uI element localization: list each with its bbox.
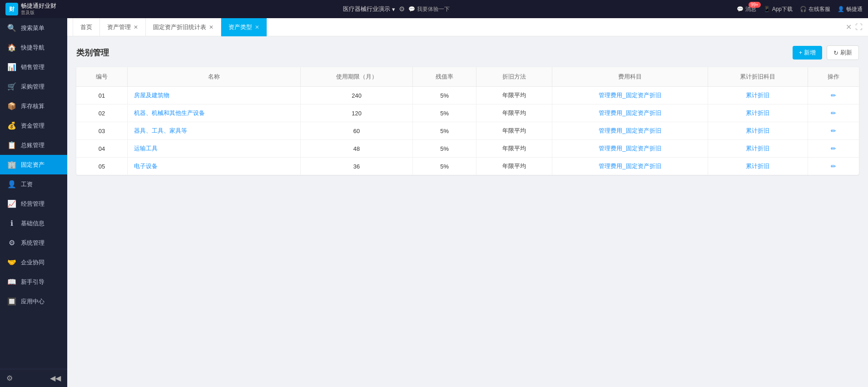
sidebar-settings-icon[interactable]: ⚙ bbox=[6, 374, 13, 382]
tab-fixed-depreciation-label: 固定资产折旧统计表 bbox=[153, 23, 206, 31]
message-btn[interactable]: 💬 消息 99+ bbox=[737, 5, 756, 13]
cell-residual: 5% bbox=[413, 140, 476, 158]
top-bar-left: 财 畅捷通好业财 普及版 bbox=[5, 2, 56, 16]
topbar-settings-icon[interactable]: ⚙ bbox=[399, 5, 405, 13]
search-icon: 🔍 bbox=[7, 24, 16, 32]
sidebar-item-app-center[interactable]: 🔲 应用中心 bbox=[0, 292, 67, 311]
sidebar-item-sales[interactable]: 📊 销售管理 bbox=[0, 57, 67, 77]
tab-close-all-icon[interactable]: ✕ bbox=[846, 23, 852, 31]
cell-code: 03 bbox=[76, 122, 127, 140]
cell-period: 48 bbox=[300, 140, 412, 158]
sidebar-collapse-icon[interactable]: ◀◀ bbox=[50, 374, 61, 382]
top-bar-right: 💬 消息 99+ 📱 App下载 🎧 在线客服 👤 畅捷通 bbox=[737, 5, 863, 13]
app-center-icon: 🔲 bbox=[7, 297, 16, 306]
refresh-btn[interactable]: ↻ 刷新 bbox=[827, 45, 859, 60]
sidebar-item-ledger[interactable]: 📋 总账管理 bbox=[0, 135, 67, 155]
operations-icon: 📈 bbox=[7, 199, 16, 208]
online-service-icon: 🎧 bbox=[800, 6, 807, 12]
sidebar: 🔍 搜索菜单 🏠 快捷导航 📊 销售管理 🛒 采购管理 📦 库存核算 💰 资金管… bbox=[0, 18, 67, 387]
cell-name[interactable]: 器具、工具、家具等 bbox=[127, 122, 300, 140]
cell-name[interactable]: 机器、机械和其他生产设备 bbox=[127, 104, 300, 122]
cell-expense: 管理费用_固定资产折旧 bbox=[552, 158, 708, 175]
current-company[interactable]: 医疗器械行业演示 ▾ bbox=[343, 5, 395, 13]
user-name: 畅捷通 bbox=[846, 5, 863, 13]
app-edition: 普及版 bbox=[21, 10, 56, 16]
table-row: 05电子设备365%年限平均管理费用_固定资产折旧累计折旧✏ bbox=[76, 158, 859, 175]
refresh-label: 刷新 bbox=[840, 49, 852, 57]
cell-method: 年限平均 bbox=[476, 104, 552, 122]
company-name: 医疗器械行业演示 bbox=[343, 5, 390, 13]
cell-action: ✏ bbox=[808, 122, 859, 140]
tab-asset-mgmt[interactable]: 资产管理 ✕ bbox=[100, 18, 146, 36]
tab-fixed-depreciation-close[interactable]: ✕ bbox=[209, 24, 213, 30]
sidebar-item-system[interactable]: ⚙ 系统管理 bbox=[0, 233, 67, 253]
cell-method: 年限平均 bbox=[476, 122, 552, 140]
cell-residual: 5% bbox=[413, 87, 476, 104]
table-header-row: 编号 名称 使用期限（月） 残值率 折旧方法 费用科目 累计折旧科目 操作 bbox=[76, 67, 859, 87]
sidebar-item-inventory[interactable]: 📦 库存核算 bbox=[0, 96, 67, 116]
sidebar-item-quick-nav[interactable]: 🏠 快捷导航 bbox=[0, 38, 67, 57]
cell-accum: 累计折旧 bbox=[708, 122, 808, 140]
tab-home[interactable]: 首页 bbox=[73, 18, 100, 36]
sidebar-item-basic-info[interactable]: ℹ 基础信息 bbox=[0, 213, 67, 233]
tab-asset-type[interactable]: 资产类型 ✕ bbox=[221, 18, 267, 36]
tab-asset-type-close[interactable]: ✕ bbox=[255, 24, 259, 30]
app-download-icon: 📱 bbox=[764, 6, 770, 12]
col-header-name: 名称 bbox=[127, 67, 300, 87]
basic-info-icon: ℹ bbox=[7, 219, 16, 228]
sidebar-label-basic-info: 基础信息 bbox=[21, 219, 45, 228]
cell-accum: 累计折旧 bbox=[708, 158, 808, 175]
user-profile-btn[interactable]: 👤 畅捷通 bbox=[838, 5, 863, 13]
page-header: 类别管理 + 新增 ↻ 刷新 bbox=[76, 45, 859, 60]
new-btn[interactable]: + 新增 bbox=[793, 46, 822, 60]
col-header-method: 折旧方法 bbox=[476, 67, 552, 87]
edit-icon[interactable]: ✏ bbox=[831, 109, 836, 117]
table-row: 03器具、工具、家具等605%年限平均管理费用_固定资产折旧累计折旧✏ bbox=[76, 122, 859, 140]
cell-period: 36 bbox=[300, 158, 412, 175]
sidebar-item-operations[interactable]: 📈 经营管理 bbox=[0, 194, 67, 213]
edit-icon[interactable]: ✏ bbox=[831, 92, 836, 99]
cell-expense: 管理费用_固定资产折旧 bbox=[552, 87, 708, 104]
cell-name[interactable]: 运输工具 bbox=[127, 140, 300, 158]
experience-btn[interactable]: 💬 我要体验一下 bbox=[408, 5, 450, 13]
cell-accum: 累计折旧 bbox=[708, 87, 808, 104]
col-header-code: 编号 bbox=[76, 67, 127, 87]
app-title: 畅捷通好业财 bbox=[21, 2, 56, 10]
sidebar-item-guide[interactable]: 📖 新手引导 bbox=[0, 272, 67, 292]
top-bar-center: 医疗器械行业演示 ▾ ⚙ 💬 我要体验一下 bbox=[343, 5, 450, 13]
top-bar: 财 畅捷通好业财 普及版 医疗器械行业演示 ▾ ⚙ 💬 我要体验一下 💬 消息 … bbox=[0, 0, 868, 18]
fixed-assets-icon: 🏢 bbox=[7, 160, 16, 169]
online-service-btn[interactable]: 🎧 在线客服 bbox=[800, 5, 830, 13]
sidebar-item-search[interactable]: 🔍 搜索菜单 bbox=[0, 18, 67, 38]
sidebar-bottom: ⚙ ◀◀ bbox=[0, 369, 67, 387]
message-badge: 99+ bbox=[749, 2, 761, 8]
sidebar-item-finance[interactable]: 💰 资金管理 bbox=[0, 116, 67, 135]
col-header-accum: 累计折旧科目 bbox=[708, 67, 808, 87]
cell-name[interactable]: 房屋及建筑物 bbox=[127, 87, 300, 104]
app-download-btn[interactable]: 📱 App下载 bbox=[764, 5, 793, 13]
app-name-block: 畅捷通好业财 普及版 bbox=[21, 2, 56, 16]
cell-name[interactable]: 电子设备 bbox=[127, 158, 300, 175]
company-dropdown-icon: ▾ bbox=[392, 6, 395, 13]
inventory-icon: 📦 bbox=[7, 102, 16, 110]
sidebar-item-payroll[interactable]: 👤 工资 bbox=[0, 174, 67, 194]
sidebar-item-collab[interactable]: 🤝 企业协同 bbox=[0, 253, 67, 272]
tab-home-label: 首页 bbox=[80, 23, 92, 31]
sidebar-item-fixed-assets[interactable]: 🏢 固定资产 bbox=[0, 155, 67, 174]
sidebar-label-operations: 经营管理 bbox=[21, 200, 45, 208]
edit-icon[interactable]: ✏ bbox=[831, 163, 836, 170]
ledger-icon: 📋 bbox=[7, 141, 16, 149]
tab-asset-type-label: 资产类型 bbox=[228, 23, 252, 31]
app-download-label: App下载 bbox=[772, 5, 793, 13]
cell-action: ✏ bbox=[808, 87, 859, 104]
edit-icon[interactable]: ✏ bbox=[831, 127, 836, 134]
sidebar-item-purchase[interactable]: 🛒 采购管理 bbox=[0, 77, 67, 96]
col-header-residual: 残值率 bbox=[413, 67, 476, 87]
cell-accum: 累计折旧 bbox=[708, 104, 808, 122]
tab-asset-mgmt-close[interactable]: ✕ bbox=[134, 24, 138, 30]
sidebar-label-app-center: 应用中心 bbox=[21, 298, 45, 306]
edit-icon[interactable]: ✏ bbox=[831, 145, 836, 152]
tab-expand-icon[interactable]: ⛶ bbox=[855, 23, 863, 31]
guide-icon: 📖 bbox=[7, 278, 16, 286]
tab-fixed-depreciation[interactable]: 固定资产折旧统计表 ✕ bbox=[146, 18, 221, 36]
